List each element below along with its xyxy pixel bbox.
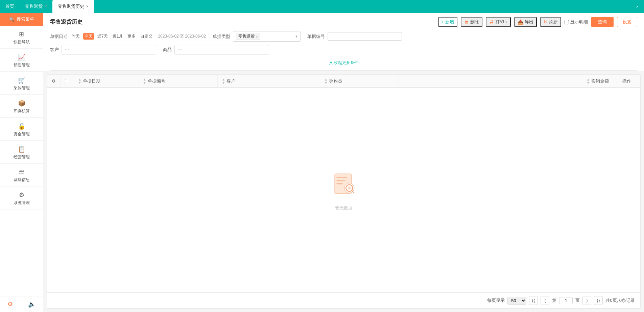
delete-button[interactable]: 🗑 删除 [461,17,482,27]
window-close-button[interactable]: × [636,4,644,9]
th-amount[interactable]: ▲▼ 实销金额 [548,75,613,87]
operations-icon: 📋 [18,146,25,153]
page-number-input[interactable] [559,297,573,304]
delete-icon: 🗑 [464,19,469,25]
quick-nav-icon: ⊞ [19,30,24,38]
sidebar-audio-icon[interactable]: 🔈 [28,300,35,308]
customer-placeholder: ··· [65,47,69,53]
print-button[interactable]: 🖨 打印 ▾ [486,17,511,27]
sidebar-settings-icon[interactable]: ⚙ [7,300,13,308]
basic-info-icon: 🗃 [19,169,25,176]
sidebar-item-sales-mgmt[interactable]: 📈 销售管理 [0,49,43,72]
voucher-number-label: 单据编号 [307,34,325,40]
voucher-number-input[interactable] [328,32,402,41]
sidebar-search[interactable]: 🔍 搜索菜单 [0,13,43,26]
export-icon: 📤 [518,19,523,25]
date-opt-1month[interactable]: 近1月 [111,33,124,40]
date-opt-7days[interactable]: 近7天 [96,33,109,40]
sidebar-item-system-mgmt[interactable]: ⚙ 系统管理 [0,186,43,209]
voucher-type-select[interactable]: 零售退货 × ▾ [233,31,301,42]
customer-select[interactable]: ··· [62,45,156,54]
th-guide[interactable]: ▲▼ 导购员 [320,75,399,87]
voucher-type-tag-close[interactable]: × [256,35,258,39]
page-first-button[interactable]: ⟨⟨ [529,296,538,305]
sales-mgmt-icon: 📈 [18,53,25,61]
customer-filter-label: 客户 [50,47,59,53]
table-container: ⚙ ▲▼ 单据日期 ▲▼ 单据编号 ▲▼ 客户 ▲▼ [47,74,641,309]
page-last-button[interactable]: ⟩⟩ [594,296,603,305]
date-opt-yesterday[interactable]: 昨天 [70,33,81,40]
sidebar-item-basic-info[interactable]: 🗃 基础信息 [0,164,43,186]
page-header: 零售退货历史 + 新增 🗑 删除 🖨 打印 ▾ 📤 [43,13,644,71]
goods-placeholder: ··· [177,47,182,53]
date-options: 昨天 今天 近7天 近1月 更多 自定义 [70,33,154,40]
filter-goods: 商品 ··· [163,45,269,54]
page-prev-button[interactable]: ⟨ [541,296,549,305]
goods-select[interactable]: ··· [174,45,269,54]
sidebar-item-inventory[interactable]: 📦 库存核算 [0,95,43,118]
th-date[interactable]: ▲▼ 单据日期 [74,75,139,87]
th-customer[interactable]: ▲▼ 客户 [218,75,320,87]
th-number[interactable]: ▲▼ 单据编号 [139,75,218,87]
voucher-type-tag: 零售退货 × [236,33,260,40]
table-header: ⚙ ▲▼ 单据日期 ▲▼ 单据编号 ▲▼ 客户 ▲▼ [47,75,640,88]
search-icon: 🔍 [9,17,15,22]
tab-retail-return-history-close[interactable]: × [86,4,89,9]
date-opt-today[interactable]: 今天 [83,33,94,40]
date-filter-label: 单据日期 [50,34,68,40]
svg-rect-1 [336,177,347,178]
refresh-button[interactable]: ↻ 刷新 [540,17,561,27]
setting-button[interactable]: 设置 [617,17,637,27]
system-mgmt-icon: ⚙ [19,191,24,199]
filter-row-2: 客户 ··· 商品 ··· [50,45,637,54]
show-detail-checkbox[interactable]: 显示明细 [565,19,588,25]
date-opt-custom[interactable]: 自定义 [139,33,154,40]
collapse-icon: ⋀ [329,61,333,65]
svg-rect-3 [336,183,342,184]
th-action: 操作 [613,75,640,87]
sidebar-item-operations[interactable]: 📋 经营管理 [0,141,43,164]
sidebar-item-quick-nav[interactable]: ⊞ 快捷导航 [0,26,43,49]
tab-retail-return-close[interactable]: × [45,4,47,9]
page-title: 零售退货历史 [50,19,82,26]
tab-home[interactable]: 首页 [0,0,20,13]
purchase-mgmt-icon: 🛒 [18,76,25,84]
empty-state: 暂无数据 [47,88,640,292]
th-settings[interactable]: ⚙ [47,75,61,87]
empty-text: 暂无数据 [335,205,353,211]
export-button[interactable]: 📤 导出 [514,17,537,27]
top-tab-bar: 首页 零售退货 × 零售退货历史 × × [0,0,644,13]
query-button[interactable]: 查询 [591,17,614,27]
date-opt-more[interactable]: 更多 [126,33,137,40]
sidebar-item-finance[interactable]: 🔒 资金管理 [0,118,43,141]
main-content: 零售退货历史 + 新增 🗑 删除 🖨 打印 ▾ 📤 [43,13,644,312]
guide-sort-icon: ▲▼ [324,78,328,85]
tab-retail-return-history[interactable]: 零售退货历史 × [52,0,94,13]
page-next-button[interactable]: ⟩ [582,296,591,305]
svg-rect-2 [336,180,345,181]
toolbar: + 新增 🗑 删除 🖨 打印 ▾ 📤 导出 [438,17,637,27]
select-all-checkbox[interactable] [65,79,69,83]
tab-retail-return[interactable]: 零售退货 × [20,0,52,13]
sidebar-item-purchase-mgmt[interactable]: 🛒 采购管理 [0,72,43,95]
filter-customer: 客户 ··· [50,45,156,54]
pagination: 每页显示 50 10 20 100 ⟨⟨ ⟨ 第 页 ⟩ ⟩⟩ 共0页, 0条记… [47,292,640,308]
th-checkbox[interactable] [61,75,74,87]
number-sort-icon: ▲▼ [143,78,146,85]
svg-point-7 [348,186,351,190]
th-spacer [399,75,548,87]
customer-sort-icon: ▲▼ [222,78,225,85]
filter-row-1: 单据日期 昨天 今天 近7天 近1月 更多 自定义 2023-06-02 至 2… [50,31,637,42]
collapse-button[interactable]: ⋀ 收起更多条件 [329,60,358,66]
sidebar-bottom: ⚙ 🔈 [0,296,43,312]
per-page-select[interactable]: 50 10 20 100 [507,297,526,305]
inventory-icon: 📦 [18,99,25,107]
new-button[interactable]: + 新增 [438,17,457,27]
refresh-icon: ↻ [544,19,548,25]
settings-gear-icon: ⚙ [52,79,56,84]
show-detail-input[interactable] [565,20,569,24]
date-sort-icon: ▲▼ [78,78,81,85]
amount-sort-icon: ▲▼ [587,78,590,85]
goods-filter-label: 商品 [163,47,172,53]
sidebar: 🔍 搜索菜单 ⊞ 快捷导航 📈 销售管理 🛒 采购管理 📦 库存核算 🔒 资金管… [0,13,43,312]
